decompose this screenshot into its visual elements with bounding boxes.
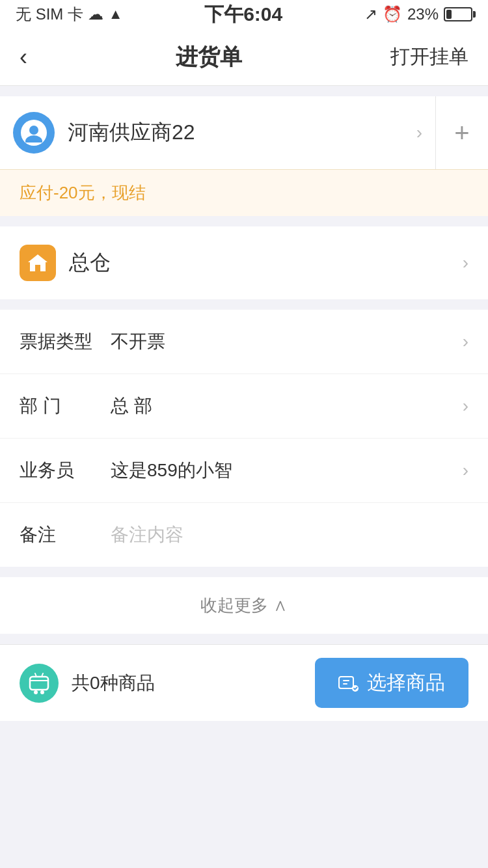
supplier-section: 河南供应商22 › + xyxy=(0,96,488,169)
section-divider-2 xyxy=(0,216,488,226)
salesperson-value: 这是859的小智 xyxy=(111,458,456,483)
notice-text: 应付-20元，现结 xyxy=(20,183,146,202)
sim-status: 无 SIM 卡 ☁ xyxy=(16,4,103,25)
warehouse-icon xyxy=(20,245,56,281)
warehouse-selector[interactable]: 总仓 › xyxy=(0,226,488,299)
section-divider-1 xyxy=(0,86,488,96)
svg-rect-8 xyxy=(339,677,353,688)
department-value: 总 部 xyxy=(111,394,456,418)
invoice-type-row[interactable]: 票据类型 不开票 › xyxy=(0,310,488,374)
notice-banner: 应付-20元，现结 xyxy=(0,169,488,216)
department-label: 部 门 xyxy=(20,394,98,418)
svg-point-6 xyxy=(34,690,38,694)
person-icon xyxy=(24,123,44,142)
salesperson-chevron-icon: › xyxy=(463,460,468,481)
invoice-type-chevron-icon: › xyxy=(463,331,468,352)
svg-point-1 xyxy=(25,135,42,142)
alarm-icon: ⏰ xyxy=(383,5,402,23)
battery-percent: 23% xyxy=(407,5,439,23)
home-icon xyxy=(27,252,49,274)
bottom-area xyxy=(0,721,488,868)
salesperson-row[interactable]: 业务员 这是859的小智 › xyxy=(0,439,488,503)
cart-icon xyxy=(27,671,51,695)
warehouse-name: 总仓 xyxy=(69,249,456,277)
battery-icon xyxy=(444,7,472,21)
status-bar: 无 SIM 卡 ☁ ▲ 下午6:04 ↗ ⏰ 23% xyxy=(0,0,488,29)
select-product-icon xyxy=(338,674,359,692)
form-section: 票据类型 不开票 › 部 门 总 部 › 业务员 这是859的小智 › 备注 备… xyxy=(0,310,488,567)
location-icon: ↗ xyxy=(364,5,377,23)
invoice-type-value: 不开票 xyxy=(111,329,456,354)
select-product-label: 选择商品 xyxy=(367,670,445,696)
svg-rect-5 xyxy=(30,677,48,690)
warehouse-chevron-icon: › xyxy=(463,252,468,273)
add-supplier-button[interactable]: + xyxy=(436,96,488,169)
product-count: 共0种商品 xyxy=(72,671,315,696)
warehouse-section: 总仓 › xyxy=(0,226,488,299)
open-hold-button[interactable]: 打开挂单 xyxy=(390,44,468,70)
remark-row[interactable]: 备注 备注内容 xyxy=(0,503,488,567)
department-row[interactable]: 部 门 总 部 › xyxy=(0,374,488,439)
collapse-row[interactable]: 收起更多 ∧ xyxy=(0,577,488,634)
product-bar: 共0种商品 选择商品 xyxy=(0,644,488,721)
section-divider-4 xyxy=(0,567,488,577)
svg-marker-2 xyxy=(28,254,47,262)
section-divider-3 xyxy=(0,299,488,310)
salesperson-label: 业务员 xyxy=(20,458,98,483)
supplier-name: 河南供应商22 xyxy=(68,118,410,147)
svg-rect-4 xyxy=(35,265,40,271)
supplier-chevron-icon: › xyxy=(416,122,422,143)
select-product-button[interactable]: 选择商品 xyxy=(315,658,468,708)
status-left: 无 SIM 卡 ☁ ▲ xyxy=(16,4,122,25)
section-divider-5 xyxy=(0,634,488,644)
status-time: 下午6:04 xyxy=(204,1,282,28)
department-chevron-icon: › xyxy=(463,396,468,416)
remark-input[interactable]: 备注内容 xyxy=(111,522,468,547)
supplier-avatar-inner xyxy=(21,120,47,146)
supplier-selector[interactable]: 河南供应商22 › xyxy=(0,96,436,169)
remark-label: 备注 xyxy=(20,522,98,547)
nav-bar: ‹ 进货单 打开挂单 xyxy=(0,29,488,86)
status-right: ↗ ⏰ 23% xyxy=(364,5,472,23)
back-button[interactable]: ‹ xyxy=(20,44,27,71)
wifi-icon: ▲ xyxy=(109,6,123,23)
collapse-label: 收起更多 ∧ xyxy=(200,594,287,617)
product-cart-icon xyxy=(20,664,59,703)
invoice-type-label: 票据类型 xyxy=(20,329,98,354)
supplier-avatar xyxy=(13,112,55,154)
svg-point-7 xyxy=(40,690,44,694)
svg-point-0 xyxy=(29,126,38,135)
page-title: 进货单 xyxy=(176,42,242,72)
